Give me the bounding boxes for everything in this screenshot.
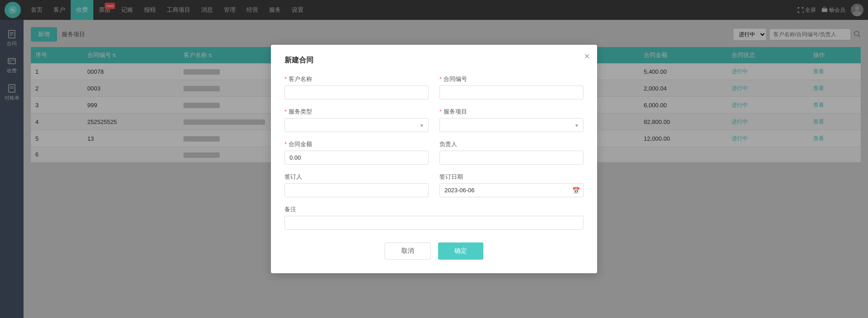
- modal-footer: 取消 确定: [285, 242, 583, 260]
- form-row-5: 备注: [285, 205, 583, 230]
- responsible-person-input[interactable]: [439, 151, 583, 165]
- form-group-service-type: 服务类型: [285, 108, 429, 132]
- contract-amount-label: 合同金额: [285, 140, 429, 148]
- modal-overlay: ✕ 新建合同 客户名称 合同编号 服务类型: [0, 0, 868, 318]
- form-group-responsible: 负责人: [439, 140, 583, 165]
- contract-amount-input[interactable]: [285, 151, 429, 165]
- confirm-button[interactable]: 确定: [438, 242, 483, 260]
- service-item-wrapper: [439, 118, 583, 132]
- sign-date-label: 签订日期: [439, 173, 583, 181]
- customer-name-label: 客户名称: [285, 75, 429, 83]
- new-contract-modal: ✕ 新建合同 客户名称 合同编号 服务类型: [271, 45, 597, 273]
- remark-label: 备注: [285, 205, 583, 214]
- signer-label: 签订人: [285, 173, 429, 181]
- form-row-3: 合同金额 负责人: [285, 140, 583, 165]
- modal-close-button[interactable]: ✕: [584, 52, 590, 61]
- service-type-wrapper: [285, 118, 429, 132]
- contract-no-input[interactable]: [439, 85, 583, 100]
- form-row-2: 服务类型 服务项目: [285, 108, 583, 132]
- form-group-remark: 备注: [285, 205, 583, 230]
- form-group-signer: 签订人: [285, 173, 429, 197]
- form-group-sign-date: 签订日期 📅: [439, 173, 583, 197]
- sign-date-input[interactable]: [439, 183, 583, 197]
- remark-input[interactable]: [285, 216, 583, 230]
- service-item-label: 服务项目: [439, 108, 583, 116]
- form-group-contract-no: 合同编号: [439, 75, 583, 100]
- customer-name-input[interactable]: [285, 85, 429, 100]
- form-group-customer: 客户名称: [285, 75, 429, 100]
- form-row-4: 签订人 签订日期 📅: [285, 173, 583, 197]
- service-type-label: 服务类型: [285, 108, 429, 116]
- sign-date-wrapper: 📅: [439, 183, 583, 197]
- cancel-button[interactable]: 取消: [385, 242, 431, 260]
- service-type-select[interactable]: [285, 118, 429, 132]
- form-group-service-item: 服务项目: [439, 108, 583, 132]
- modal-title: 新建合同: [285, 56, 583, 65]
- signer-input[interactable]: [285, 183, 429, 197]
- form-group-amount: 合同金额: [285, 140, 429, 165]
- responsible-person-label: 负责人: [439, 140, 583, 148]
- contract-no-label: 合同编号: [439, 75, 583, 83]
- form-row-1: 客户名称 合同编号: [285, 75, 583, 100]
- service-item-select[interactable]: [439, 118, 583, 132]
